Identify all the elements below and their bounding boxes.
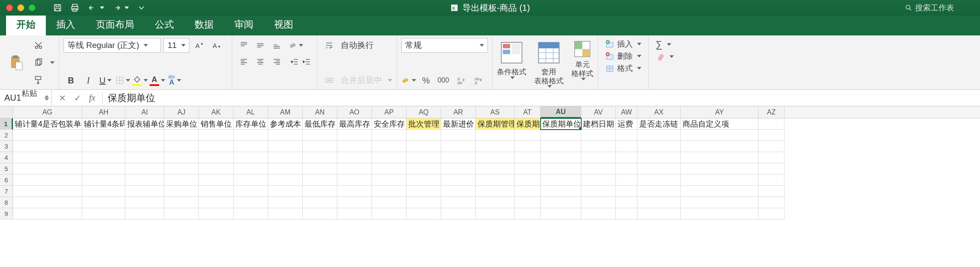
cell-AT1[interactable]: 保质期 [515, 118, 541, 130]
cell-AP3[interactable] [372, 141, 407, 152]
row-header-4[interactable]: 4 [0, 152, 13, 163]
row-header-5[interactable]: 5 [0, 163, 13, 175]
align-center-button[interactable] [253, 54, 268, 69]
decrease-indent-button[interactable] [288, 54, 301, 69]
cell-AX1[interactable]: 是否走冻链 [637, 118, 681, 130]
zoom-window-button[interactable] [29, 4, 35, 11]
customize-qat-button[interactable] [137, 3, 146, 13]
cell-AY8[interactable] [681, 197, 759, 208]
save-icon[interactable] [53, 3, 62, 13]
cell-AI8[interactable] [125, 197, 164, 208]
cell-AH1[interactable]: 辅计量4条码 [82, 118, 125, 130]
align-top-button[interactable] [237, 38, 251, 53]
cell-AH5[interactable] [82, 163, 125, 175]
cell-AK4[interactable] [199, 152, 234, 163]
cell-AY6[interactable] [681, 175, 759, 186]
cell-AO6[interactable] [337, 175, 372, 186]
cell-AW1[interactable]: 运费 [616, 118, 637, 130]
phonetic-button[interactable]: abcA [167, 73, 182, 88]
cell-AM4[interactable] [268, 152, 303, 163]
cell-AK5[interactable] [199, 163, 234, 175]
cell-AJ7[interactable] [164, 186, 199, 197]
cell-AN5[interactable] [303, 163, 337, 175]
cell-AT5[interactable] [515, 163, 541, 175]
cell-AR1[interactable]: 最新进价 [441, 118, 476, 130]
merge-center-label[interactable]: 合并后居中 [341, 75, 382, 86]
cell-AV7[interactable] [581, 186, 616, 197]
cell-AS4[interactable] [476, 152, 515, 163]
row-header-3[interactable]: 3 [0, 141, 13, 152]
cell-AW8[interactable] [616, 197, 637, 208]
underline-button[interactable]: U [98, 73, 113, 88]
cell-AG7[interactable] [13, 186, 82, 197]
cancel-formula-button[interactable]: ✕ [59, 93, 66, 103]
cell-AL5[interactable] [234, 163, 268, 175]
italic-button[interactable]: I [81, 73, 96, 88]
cell-AX9[interactable] [637, 208, 681, 219]
cell-AT7[interactable] [515, 186, 541, 197]
cell-AX7[interactable] [637, 186, 681, 197]
cell-AJ6[interactable] [164, 175, 199, 186]
column-header-AZ[interactable]: AZ [759, 106, 785, 118]
cell-AL8[interactable] [234, 197, 268, 208]
format-cells-button[interactable]: 格式 [605, 63, 641, 73]
cell-AZ2[interactable] [759, 130, 785, 141]
enter-formula-button[interactable]: ✓ [74, 93, 81, 103]
cell-AS1[interactable]: 保质期管理 [476, 118, 515, 130]
column-header-AO[interactable]: AO [337, 106, 372, 118]
align-left-button[interactable] [237, 54, 251, 69]
spreadsheet-grid[interactable]: AGAHAIAJAKALAMANAOAPAQARASATAUAVAWAXAYAZ… [0, 106, 980, 219]
cell-AS2[interactable] [476, 130, 515, 141]
cell-AO5[interactable] [337, 163, 372, 175]
cell-AL2[interactable] [234, 130, 268, 141]
font-color-button[interactable]: A [150, 73, 165, 88]
currency-button[interactable] [401, 73, 416, 88]
cell-AV2[interactable] [581, 130, 616, 141]
decrease-font-button[interactable]: A▼ [209, 38, 224, 53]
cell-AT2[interactable] [515, 130, 541, 141]
print-icon[interactable] [70, 3, 80, 13]
cell-AZ9[interactable] [759, 208, 785, 219]
tab-review[interactable]: 审阅 [224, 14, 264, 35]
column-header-AI[interactable]: AI [125, 106, 164, 118]
increase-decimal-button[interactable]: .0.00 [453, 73, 468, 88]
fx-button[interactable]: fx [89, 93, 95, 103]
cell-AM7[interactable] [268, 186, 303, 197]
cell-AR8[interactable] [441, 197, 476, 208]
cell-AJ3[interactable] [164, 141, 199, 152]
cell-AT4[interactable] [515, 152, 541, 163]
cell-AW4[interactable] [616, 152, 637, 163]
cell-AG3[interactable] [13, 141, 82, 152]
cell-AU1[interactable]: 保质期单位 [541, 118, 581, 130]
cell-AG5[interactable] [13, 163, 82, 175]
cell-AH3[interactable] [82, 141, 125, 152]
cell-AU8[interactable] [541, 197, 581, 208]
cell-AX6[interactable] [637, 175, 681, 186]
paste-button[interactable] [4, 52, 29, 73]
table-format-button[interactable]: 套用 表格格式 [534, 38, 564, 88]
cell-AG4[interactable] [13, 152, 82, 163]
tab-home[interactable]: 开始 [6, 14, 46, 35]
sheet-search-input[interactable] [915, 3, 976, 13]
cell-AJ1[interactable]: 采购单位 [164, 118, 199, 130]
column-header-AX[interactable]: AX [637, 106, 681, 118]
cell-AP4[interactable] [372, 152, 407, 163]
cell-AN2[interactable] [303, 130, 337, 141]
cell-AZ5[interactable] [759, 163, 785, 175]
cell-AP1[interactable]: 安全库存 [372, 118, 407, 130]
cell-AI5[interactable] [125, 163, 164, 175]
cell-AX2[interactable] [637, 130, 681, 141]
tab-formulas[interactable]: 公式 [144, 14, 184, 35]
cell-AS8[interactable] [476, 197, 515, 208]
wrap-text-label[interactable]: 自动换行 [341, 40, 374, 51]
cell-AM5[interactable] [268, 163, 303, 175]
cell-AK7[interactable] [199, 186, 234, 197]
number-format-combo[interactable]: 常规 [401, 38, 488, 53]
cell-AM6[interactable] [268, 175, 303, 186]
cell-AS5[interactable] [476, 163, 515, 175]
cell-AJ5[interactable] [164, 163, 199, 175]
row-header-2[interactable]: 2 [0, 130, 13, 141]
cell-AQ2[interactable] [407, 130, 441, 141]
increase-font-button[interactable]: A▲ [192, 38, 207, 53]
cell-AX4[interactable] [637, 152, 681, 163]
